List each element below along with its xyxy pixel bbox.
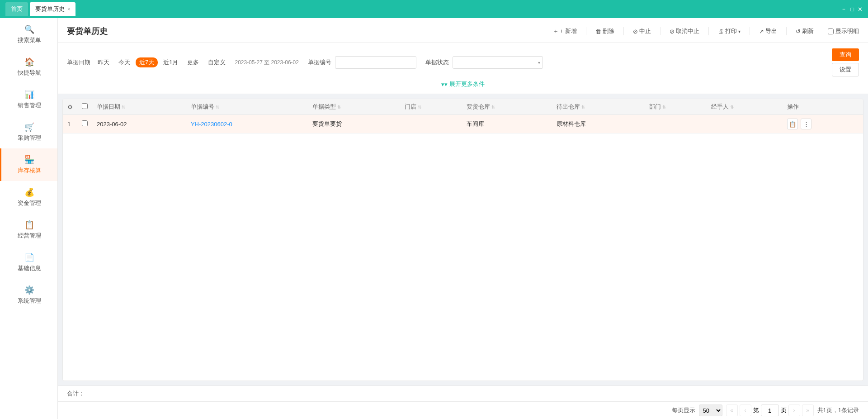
sidebar-item-operations[interactable]: 📋 经营管理 xyxy=(0,214,57,246)
sidebar-item-search-menu[interactable]: 🔍 搜索菜单 xyxy=(0,18,57,51)
settings-button[interactable]: 设置 xyxy=(832,63,859,76)
col-pending-warehouse[interactable]: 待出仓库⇅ xyxy=(552,99,644,115)
export-icon: ↗ xyxy=(759,28,764,35)
date-btn-7days[interactable]: 近7天 xyxy=(136,57,158,67)
row-checkbox[interactable] xyxy=(82,120,88,126)
page-last-btn[interactable]: » xyxy=(802,405,814,416)
col-department[interactable]: 部门⇅ xyxy=(645,99,707,115)
sidebar: 🔍 搜索菜单 🏠 快捷导航 📊 销售管理 🛒 采购管理 🏪 库存核算 💰 xyxy=(0,18,58,419)
col-order-type[interactable]: 单据类型⇅ xyxy=(308,99,400,115)
sidebar-item-sales[interactable]: 📊 销售管理 xyxy=(0,83,57,116)
print-button[interactable]: 🖨 打印 ▾ xyxy=(713,25,745,37)
per-page-select[interactable]: 10 20 50 100 xyxy=(699,405,722,416)
print-dropdown-icon: ▾ xyxy=(738,29,741,34)
main-content: 要货单历史 ＋ + 新增 🗑 删除 ⊘ xyxy=(58,18,868,419)
top-bar: 首页 要货单历史 × － □ ✕ xyxy=(0,0,868,18)
table-body: 1 2023-06-02 YH-20230602-0 要货单要货 车间库 xyxy=(63,115,863,133)
select-all-checkbox[interactable] xyxy=(82,103,88,109)
status-select[interactable] xyxy=(453,56,543,69)
operations-icon: 📋 xyxy=(24,220,34,230)
quick-nav-icon: 🏠 xyxy=(24,57,34,67)
system-icon: ⚙️ xyxy=(24,285,34,295)
cell-pending-warehouse: 原材料仓库 xyxy=(552,115,644,133)
cell-req-warehouse: 车间库 xyxy=(462,115,552,133)
sidebar-item-finance-label: 资金管理 xyxy=(18,199,41,207)
window-maximize-icon[interactable]: □ xyxy=(850,6,854,13)
window-close-icon[interactable]: ✕ xyxy=(858,6,863,13)
display-detail-checkbox[interactable] xyxy=(828,29,834,34)
query-button[interactable]: 查询 xyxy=(832,48,859,61)
purchase-icon: 🛒 xyxy=(24,122,34,132)
export-button[interactable]: ↗ 导出 xyxy=(755,25,782,37)
cancel-stop-icon: ⊘ xyxy=(670,28,675,35)
order-no-label: 单据编号 xyxy=(308,58,331,67)
cell-handler xyxy=(707,115,783,133)
sidebar-item-purchase[interactable]: 🛒 采购管理 xyxy=(0,116,57,148)
sidebar-item-system[interactable]: ⚙️ 系统管理 xyxy=(0,279,57,311)
order-no-input[interactable] xyxy=(335,56,416,69)
date-btn-more[interactable]: 更多 xyxy=(184,57,203,67)
cell-shop xyxy=(400,115,462,133)
cell-checkbox[interactable] xyxy=(77,115,92,133)
sidebar-item-search-menu-label: 搜索菜单 xyxy=(18,36,41,44)
col-date[interactable]: 单据日期⇅ xyxy=(92,99,186,115)
toolbar-separator-3 xyxy=(660,27,660,35)
tab-order-history[interactable]: 要货单历史 × xyxy=(30,2,75,16)
sales-icon: 📊 xyxy=(24,90,34,100)
col-req-warehouse[interactable]: 要货仓库⇅ xyxy=(462,99,552,115)
col-handler[interactable]: 经手人⇅ xyxy=(707,99,783,115)
sidebar-item-quick-nav-label: 快捷导航 xyxy=(18,69,41,77)
tab-close-icon[interactable]: × xyxy=(67,6,70,12)
cancel-stop-button[interactable]: ⊘ 取消中止 xyxy=(665,25,704,37)
page-prev-btn[interactable]: ‹ xyxy=(740,405,751,416)
col-order-no[interactable]: 单据编号⇅ xyxy=(186,99,308,115)
filter-actions: 查询 设置 xyxy=(832,48,859,76)
toolbar-separator-2 xyxy=(623,27,624,35)
status-label: 单据状态 xyxy=(425,58,449,67)
date-btn-yesterday[interactable]: 昨天 xyxy=(94,57,113,67)
tab-home[interactable]: 首页 xyxy=(5,2,28,16)
page-suffix: 页 xyxy=(781,406,787,414)
sidebar-item-inventory[interactable]: 🏪 库存核算 xyxy=(0,148,57,181)
inventory-icon: 🏪 xyxy=(24,155,34,165)
page-info: 共1页，1条记录 xyxy=(817,406,859,414)
stop-button[interactable]: ⊘ 中止 xyxy=(628,25,656,37)
col-shop[interactable]: 门店⇅ xyxy=(400,99,462,115)
sidebar-item-sales-label: 销售管理 xyxy=(18,101,41,110)
col-settings[interactable]: ⚙ xyxy=(63,99,77,115)
sidebar-item-quick-nav[interactable]: 🏠 快捷导航 xyxy=(0,51,57,83)
tab-home-label: 首页 xyxy=(11,5,23,13)
sidebar-item-operations-label: 经营管理 xyxy=(18,232,41,240)
toolbar: ＋ + 新增 🗑 删除 ⊘ 中止 xyxy=(548,25,859,37)
date-filter-btns: 昨天 今天 近7天 近1月 更多 自定义 xyxy=(94,57,229,67)
page-first-btn[interactable]: « xyxy=(726,405,738,416)
cell-order-no: YH-20230602-0 xyxy=(186,115,308,133)
window-minimize-icon[interactable]: － xyxy=(841,5,847,13)
sidebar-item-basic-info[interactable]: 📄 基础信息 xyxy=(0,246,57,279)
page-input[interactable] xyxy=(761,405,779,416)
page-nav: « ‹ 第 页 › » xyxy=(726,405,814,416)
page-next-btn[interactable]: › xyxy=(788,405,800,416)
finance-icon: 💰 xyxy=(24,187,34,197)
date-btn-today[interactable]: 今天 xyxy=(115,57,134,67)
delete-button[interactable]: 🗑 删除 xyxy=(591,25,619,37)
expand-icon: ▾▾ xyxy=(441,81,448,88)
row-detail-btn[interactable]: ⋮ xyxy=(801,119,811,129)
sidebar-item-finance[interactable]: 💰 资金管理 xyxy=(0,181,57,214)
date-range: 2023-05-27 至 2023-06-02 xyxy=(235,59,298,67)
date-btn-custom[interactable]: 自定义 xyxy=(204,57,229,67)
order-no-link[interactable]: YH-20230602-0 xyxy=(191,121,232,128)
display-detail-toggle[interactable]: 显示明细 xyxy=(828,27,859,35)
date-btn-1month[interactable]: 近1月 xyxy=(160,57,182,67)
expand-more-btn[interactable]: ▾▾ 展开更多条件 xyxy=(67,80,859,88)
toolbar-separator-1 xyxy=(586,27,586,35)
basic-info-icon: 📄 xyxy=(24,252,34,262)
cell-order-type: 要货单要货 xyxy=(308,115,400,133)
sidebar-item-purchase-label: 采购管理 xyxy=(18,134,41,142)
toolbar-separator-5 xyxy=(750,27,750,35)
refresh-button[interactable]: ↺ 刷新 xyxy=(791,25,818,37)
row-edit-btn[interactable]: 📋 xyxy=(787,119,798,129)
new-button[interactable]: ＋ + 新增 xyxy=(548,25,581,37)
filter-area: 单据日期 昨天 今天 近7天 近1月 更多 自定义 2023-05-27 至 2… xyxy=(58,43,868,94)
per-page-label: 每页显示 xyxy=(672,406,695,414)
